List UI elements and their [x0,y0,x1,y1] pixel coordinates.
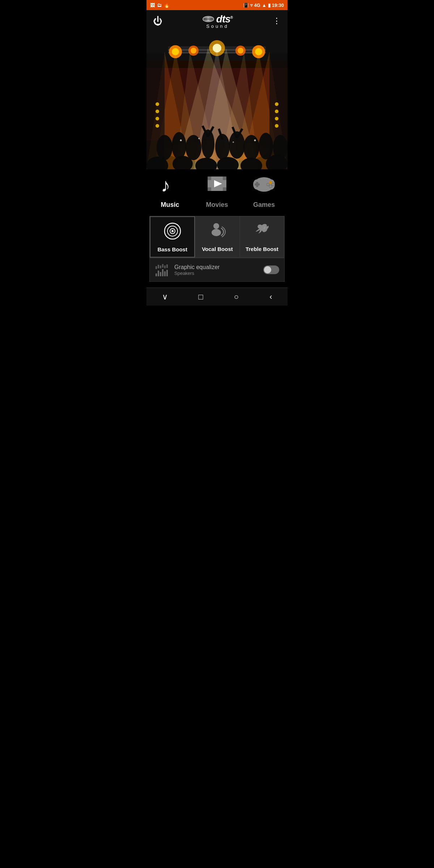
status-bar: 🖼 🗂 🔥 📳 ▿ 4G ▲ ▮ 19:30 [146,0,288,10]
svg-rect-95 [158,265,159,268]
svg-point-77 [269,181,272,184]
svg-point-4 [207,18,209,20]
svg-point-34 [156,110,159,113]
dts-logo: dts® Sound [203,13,233,29]
wifi-icon: ▿ [250,3,253,8]
svg-text:♪: ♪ [263,225,265,230]
eq-row: Graphic equalizer Speakers [149,258,285,282]
svg-point-48 [259,133,273,159]
mode-games[interactable]: Games [241,173,288,209]
svg-rect-99 [166,264,168,268]
treble-boost-icon: ♪ [253,222,271,243]
svg-rect-89 [158,271,159,276]
svg-rect-88 [156,273,157,276]
svg-point-63 [254,140,256,141]
vocal-boost-icon [208,222,226,243]
eq-subtitle: Speakers [174,271,258,276]
svg-point-40 [275,124,278,128]
dts-sound-label: Sound [206,24,229,29]
svg-point-80 [267,183,269,186]
bass-boost-label: Bass Boost [157,246,187,252]
eq-toggle-knob [264,266,271,273]
svg-point-42 [172,132,186,159]
svg-rect-68 [223,176,226,180]
eq-icon [155,263,169,277]
nav-home-button[interactable]: ○ [234,292,239,302]
vocal-boost-label: Vocal Boost [202,246,233,252]
svg-point-62 [198,138,200,139]
nav-recents-button[interactable]: □ [199,292,203,302]
svg-point-33 [156,102,159,106]
svg-rect-70 [223,187,226,191]
network-label: 4G [254,3,260,8]
status-icon-flame: 🔥 [164,3,170,8]
nav-bar: ∨ □ ○ ‹ [146,288,288,306]
status-icon-photo: 🖼 [150,3,155,8]
svg-point-61 [180,140,182,141]
svg-point-44 [201,129,214,158]
vocal-boost-card[interactable]: Vocal Boost [195,216,239,258]
mode-music[interactable]: ♪ Music [146,173,193,209]
svg-point-36 [156,124,159,128]
svg-rect-94 [156,266,157,269]
status-icon-card: 🗂 [157,3,162,8]
bass-boost-card[interactable]: Bass Boost [150,216,195,258]
signal-icon: ▲ [262,3,267,8]
svg-point-13 [191,48,196,54]
status-left-icons: 🖼 🗂 🔥 [150,3,170,8]
concert-scene-svg [146,32,288,169]
dts-disc-icon [203,15,214,23]
svg-point-35 [156,117,159,120]
svg-point-85 [213,223,219,229]
games-mode-label: Games [253,201,275,209]
svg-point-86 [212,229,221,236]
svg-rect-98 [164,265,166,268]
more-menu-button[interactable]: ⋮ [273,16,281,26]
svg-point-84 [171,230,174,232]
svg-rect-90 [160,272,161,276]
status-right-icons: 📳 ▿ 4G ▲ ▮ 19:30 [243,3,284,8]
svg-point-78 [272,183,275,186]
app-bar: ⏻ dts® Sound ⋮ [146,10,288,32]
svg-point-41 [157,135,173,160]
svg-rect-93 [166,270,168,276]
movies-mode-icon [206,173,228,199]
svg-rect-97 [162,264,163,268]
time-label: 19:30 [272,3,284,8]
games-mode-icon [252,173,276,199]
music-mode-label: Music [161,201,179,209]
svg-point-79 [269,185,272,188]
svg-point-64 [233,141,234,143]
svg-text:♪: ♪ [161,175,170,195]
nav-back-button[interactable]: ‹ [269,292,272,302]
svg-point-38 [275,110,278,113]
svg-rect-76 [256,182,258,187]
bass-boost-icon [163,222,182,243]
svg-rect-69 [208,187,211,191]
mode-selector: ♪ Music Movies [146,169,288,214]
svg-point-17 [238,48,243,54]
vibrate-icon: 📳 [243,3,249,8]
eq-title: Graphic equalizer [174,264,258,271]
svg-point-47 [243,135,259,160]
treble-boost-card[interactable]: ♪ Treble Boost [240,216,284,258]
svg-rect-91 [162,269,163,276]
concert-background [146,32,288,169]
svg-point-39 [275,117,278,120]
svg-rect-96 [160,265,161,268]
eq-toggle[interactable] [263,265,279,274]
eq-text-area: Graphic equalizer Speakers [174,264,258,276]
movies-mode-label: Movies [206,201,228,209]
svg-rect-67 [208,176,211,180]
svg-point-37 [275,102,278,106]
power-button[interactable]: ⏻ [153,16,162,27]
nav-down-button[interactable]: ∨ [162,292,168,302]
mode-movies[interactable]: Movies [193,173,241,209]
svg-rect-30 [146,68,288,140]
treble-boost-label: Treble Boost [246,246,278,252]
battery-icon: ▮ [268,3,271,8]
music-mode-icon: ♪ [159,173,181,199]
effect-cards-row: Bass Boost Vocal Boost ♪ Treble Boo [149,216,285,258]
svg-rect-92 [164,271,166,276]
